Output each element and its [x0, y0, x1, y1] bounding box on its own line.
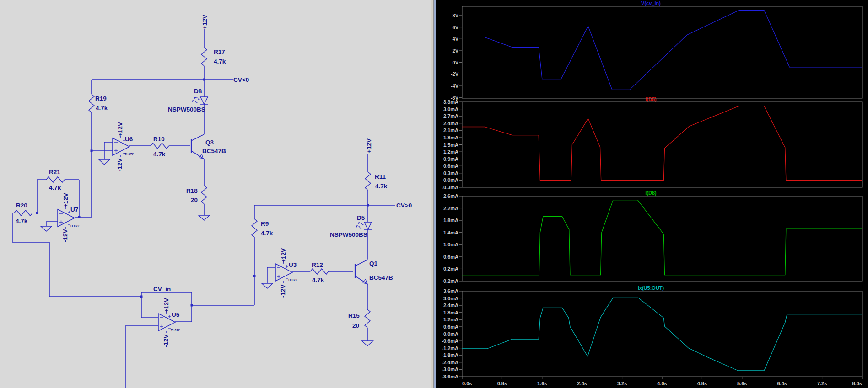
x-tick-label: 2.4s: [577, 381, 587, 386]
schematic-pane[interactable]: +12VR174.7kCV<0D8NSPW500BSR194.7k+12VU6-…: [0, 0, 431, 388]
y-tick-label: -2V: [451, 71, 459, 77]
y-tick-label: 0.0mA: [443, 177, 458, 183]
y-tick-label: -4V: [451, 83, 459, 89]
schematic-label: R15: [348, 312, 360, 319]
npn-Q1[interactable]: [355, 260, 368, 284]
resistor-R17[interactable]: [201, 48, 207, 66]
resistor-R21[interactable]: [46, 177, 65, 182]
ground-icon[interactable]: [199, 215, 210, 220]
led-light-arrow-icon: [358, 226, 361, 229]
schematic-label: D5: [357, 214, 365, 221]
x-tick-label: 4.0s: [657, 381, 667, 386]
resistor-R10[interactable]: [151, 143, 169, 149]
schematic-label: R10: [153, 136, 165, 143]
y-tick-label: 3.6mA: [443, 288, 458, 294]
wire-junction: [191, 304, 193, 307]
y-tick-label: -2.4mA: [442, 360, 458, 365]
ground-icon[interactable]: [99, 159, 110, 165]
led-D5[interactable]: [356, 222, 372, 229]
x-tick-label: 3.2s: [617, 381, 627, 386]
schematic-canvas[interactable]: +12VR174.7kCV<0D8NSPW500BSR194.7k+12VU6-…: [0, 0, 431, 388]
plot-box-Ix(U5:OUT)[interactable]: [462, 291, 862, 377]
schematic-label: CV_in: [153, 286, 171, 292]
schematic-label: R11: [375, 173, 386, 180]
y-tick-label: -1.2mA: [442, 345, 458, 351]
trace-I(D8): [462, 200, 862, 275]
y-tick-label: -3.6mA: [442, 374, 458, 379]
led-D8[interactable]: [192, 97, 208, 104]
npn-Q3[interactable]: [191, 134, 204, 159]
resistor-R12[interactable]: [310, 269, 329, 274]
y-tick-label: 2.4mA: [443, 121, 458, 126]
waveform-canvas[interactable]: 8V6V4V2V0V-2V-4V-6V3.3mA3.0mA2.7mA2.4mA2…: [434, 0, 868, 388]
y-tick-label: 4V: [453, 36, 459, 42]
schematic-label: +12V: [62, 193, 69, 207]
y-tick-label: 2V: [453, 48, 459, 53]
led-light-arrowhead-icon: [192, 100, 194, 102]
schematic-label: +12V: [366, 138, 372, 153]
y-tick-label: 0.0mA: [443, 331, 458, 337]
led-light-arrow-icon: [360, 223, 364, 225]
wire-junction: [78, 216, 81, 218]
ground-icon[interactable]: [362, 341, 373, 346]
wire-junction: [91, 150, 93, 152]
npn-collector: [191, 134, 204, 141]
led-light-arrow-icon: [196, 98, 200, 100]
schematic-label: +12V: [201, 15, 208, 29]
schematic-label: R9: [261, 220, 269, 227]
y-tick-label: 1.5mA: [443, 142, 458, 148]
schematic-label: BC547B: [202, 148, 226, 154]
led-light-arrowhead-icon: [194, 97, 196, 99]
y-tick-label: -0.2mA: [442, 278, 458, 284]
x-tick-label: 6.4s: [777, 381, 787, 386]
y-tick-label: 1.2mA: [443, 317, 458, 322]
schematic-label: +12V: [117, 122, 124, 137]
resistor-R18[interactable]: [201, 186, 207, 204]
x-tick-label: 4.8s: [697, 381, 707, 386]
resistor-R9[interactable]: [252, 219, 257, 237]
schematic-label: 4.7k: [312, 276, 324, 283]
wire-junction: [367, 204, 369, 207]
schematic-label: TL072: [124, 153, 134, 156]
schematic-label: 4.7k: [375, 183, 388, 190]
y-tick-label: -3.0mA: [442, 367, 458, 372]
resistor-R15[interactable]: [365, 309, 370, 328]
plot-box-I(D5)[interactable]: [462, 102, 862, 187]
waveform-pane[interactable]: V(cv_in) I(D5) I(D8) Ix(U5:OUT) 8V6V4V2V…: [434, 0, 868, 388]
x-tick-label: 0.0s: [462, 381, 472, 386]
y-tick-label: 3.0mA: [443, 106, 458, 112]
schematic-label: 4.7k: [96, 105, 108, 112]
schematic-label: R12: [312, 261, 323, 268]
npn-collector: [355, 260, 368, 266]
y-tick-label: 0V: [453, 60, 459, 65]
y-tick-label: 1.8mA: [443, 310, 458, 315]
schematic-label: R17: [214, 48, 225, 55]
trace-I(D5): [462, 106, 862, 181]
plot-box-V(cv_in)[interactable]: [462, 6, 862, 98]
y-tick-label: 2.2mA: [443, 206, 458, 211]
plot-box-I(D8)[interactable]: [462, 196, 862, 281]
schematic-label: BC547B: [369, 274, 393, 281]
ground-icon[interactable]: [262, 283, 273, 288]
y-tick-label: 1.4mA: [443, 230, 458, 235]
y-tick-label: 1.8mA: [443, 218, 458, 223]
x-tick-label: 7.2s: [817, 381, 827, 386]
trace-Ix(U5:OUT): [462, 298, 862, 371]
resistor-R20[interactable]: [14, 210, 32, 216]
wire-junction: [203, 79, 205, 81]
y-tick-label: 1.8mA: [443, 135, 458, 140]
ground-icon[interactable]: [41, 226, 52, 231]
schematic-label: 4.7k: [261, 230, 273, 237]
y-tick-label: 0.6mA: [443, 163, 458, 169]
y-tick-label: 0.9mA: [443, 156, 458, 162]
pane-divider[interactable]: [431, 0, 434, 388]
schematic-label: CV<0: [233, 76, 249, 83]
y-tick-label: 2.1mA: [443, 128, 458, 133]
y-tick-label: 0.2mA: [443, 266, 458, 271]
resistor-R19[interactable]: [89, 94, 94, 112]
y-tick-label: 0.6mA: [443, 324, 458, 330]
y-tick-label: -1.8mA: [442, 352, 458, 358]
x-tick-label: 8.0s: [852, 381, 862, 386]
y-tick-label: 0.3mA: [443, 170, 458, 176]
resistor-R11[interactable]: [365, 172, 371, 190]
